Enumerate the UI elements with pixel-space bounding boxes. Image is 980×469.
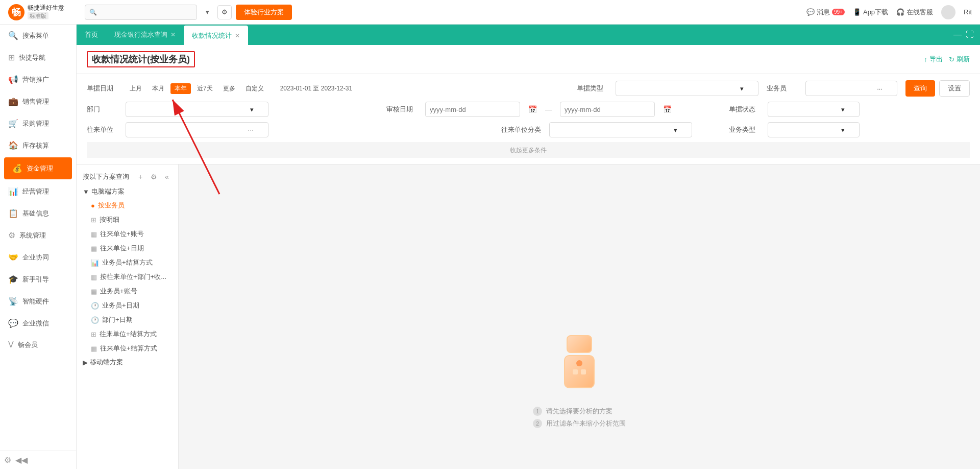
partner-select[interactable]: ···: [126, 122, 268, 137]
sidebar-item-sales[interactable]: 💼 销售管理: [0, 90, 76, 112]
mobile-scheme-header[interactable]: ▶ 移动端方案: [77, 356, 178, 369]
date-tab-7days[interactable]: 近7天: [193, 83, 217, 94]
tree-item-partner-account[interactable]: ▦ 往来单位+账号: [77, 227, 178, 241]
sidebar-item-marketing[interactable]: 📢 营销推广: [0, 68, 76, 90]
page-header: 收款情况统计(按业务员) ↑ 导出 ↻ 刷新: [77, 45, 980, 74]
date-tab-more[interactable]: 更多: [219, 83, 239, 94]
guide-icon: 🎓: [8, 274, 18, 284]
content-wrapper: 按以下方案查询 + ⚙ « ▼ 电脑端方案 ● 按业务员 ⊞: [77, 165, 980, 469]
calendar-icon-start[interactable]: 📅: [528, 105, 537, 113]
sidebar-label-operations: 经营管理: [22, 187, 49, 196]
wechat-icon: 💬: [8, 318, 18, 328]
date-tabs: 上月 本月 本年 近7天 更多 自定义: [126, 83, 268, 94]
sidebar-label-finance: 资金管理: [27, 164, 53, 173]
sidebar-item-purchase[interactable]: 🛒 采购管理: [0, 112, 76, 134]
settings-button[interactable]: 设置: [939, 80, 970, 97]
bottom-settings-icon[interactable]: ⚙: [4, 455, 11, 465]
biz-type-select[interactable]: ▾: [768, 122, 860, 137]
tree-item-partner-settle2[interactable]: ▦ 往来单位+结算方式: [77, 341, 178, 356]
calendar-icon-end[interactable]: 📅: [663, 105, 672, 113]
salesperson-select[interactable]: ···: [805, 81, 897, 96]
collapse-panel-icon[interactable]: «: [162, 172, 172, 182]
add-scheme-icon[interactable]: +: [135, 172, 145, 182]
tree-item-by-salesperson-label: 按业务员: [98, 201, 125, 210]
tab-cashflow[interactable]: 现金银行流水查询 ✕: [106, 25, 184, 45]
expand-icon: ▼: [83, 188, 89, 196]
inventory-icon: 🏠: [8, 140, 18, 150]
sidebar-item-system[interactable]: ⚙ 系统管理: [0, 224, 76, 246]
refresh-btn[interactable]: ↻ 刷新: [949, 55, 970, 64]
partner-label: 往来单位: [87, 125, 117, 134]
partner-settle2-icon: ▦: [91, 345, 97, 353]
tree-item-detail[interactable]: ⊞ 按明细: [77, 213, 178, 227]
review-date-end[interactable]: [560, 102, 655, 117]
date-tab-lastmonth[interactable]: 上月: [126, 83, 146, 94]
tab-home[interactable]: 首页: [77, 25, 106, 45]
partner-dept-icon: ▦: [91, 273, 97, 281]
empty-state: 1 请先选择要分析的方案 2 用过滤条件来缩小分析范围: [533, 335, 626, 428]
sidebar-item-wechat[interactable]: 💬 企业微信: [0, 312, 76, 334]
download-icon: 📱: [853, 8, 861, 16]
partner-more-icon[interactable]: ···: [248, 126, 254, 134]
sidebar-item-search[interactable]: 🔍 搜索菜单: [0, 25, 76, 46]
export-btn[interactable]: ↑ 导出: [924, 55, 943, 64]
search-box[interactable]: 🔍: [85, 5, 197, 20]
tab-maximize-btn[interactable]: ⛶: [966, 30, 974, 39]
date-tab-thisyear[interactable]: 本年: [170, 83, 191, 94]
partner-account-icon: ▦: [91, 230, 97, 238]
sidebar-item-operations[interactable]: 📊 经营管理: [0, 180, 76, 202]
computer-scheme-header[interactable]: ▼ 电脑端方案: [77, 185, 178, 198]
date-tab-thismonth[interactable]: 本月: [148, 83, 168, 94]
filter-btn-group: 查询 设置: [905, 80, 970, 97]
collapse-sidebar-icon[interactable]: ◀◀: [15, 455, 28, 465]
doc-status-select[interactable]: ▾: [768, 102, 860, 117]
tab-minimize-btn[interactable]: —: [953, 30, 962, 39]
app-download-label: App下载: [863, 8, 888, 17]
sidebar-item-member[interactable]: V 畅会员: [0, 334, 76, 356]
manage-scheme-icon[interactable]: ⚙: [149, 172, 159, 182]
tree-item-dept-date[interactable]: 🕐 部门+日期: [77, 313, 178, 327]
header-right: 💬 消息 99+ 📱 App下载 🎧 在线客服 Rit: [806, 5, 972, 19]
messages-action[interactable]: 💬 消息 99+: [806, 8, 845, 17]
sidebar-label-quicknav: 快捷导航: [19, 53, 45, 62]
dropdown-icon[interactable]: ▾: [201, 6, 213, 18]
sidebar-item-hardware[interactable]: 📡 智能硬件: [0, 290, 76, 312]
trial-button[interactable]: 体验行业方案: [236, 5, 292, 20]
mobile-scheme-section: ▶ 移动端方案: [77, 356, 178, 369]
tree-item-partner-settle1[interactable]: ⊞ 往来单位+结算方式: [77, 327, 178, 341]
tree-item-sales-settle[interactable]: 📊 业务员+结算方式: [77, 255, 178, 270]
sidebar-item-basic[interactable]: 📋 基础信息: [0, 202, 76, 224]
partner-category-select[interactable]: ▾: [549, 122, 692, 137]
sidebar-item-finance[interactable]: 💰 资金管理: [4, 157, 72, 179]
sidebar-item-enterprise[interactable]: 🤝 企业协同: [0, 246, 76, 268]
sidebar-item-quicknav[interactable]: ⊞ 快捷导航: [0, 46, 76, 68]
tab-collections[interactable]: 收款情况统计 ✕: [184, 26, 248, 46]
tab-collections-close[interactable]: ✕: [235, 32, 240, 39]
sidebar-item-inventory[interactable]: 🏠 库存核算: [0, 134, 76, 156]
partner-cat-chevron: ▾: [674, 126, 677, 134]
tree-item-sales-date[interactable]: 🕐 业务员+日期: [77, 298, 178, 313]
review-date-start[interactable]: [425, 102, 520, 117]
dept-select[interactable]: ▾: [126, 102, 268, 117]
date-range-display: 2023-01-01 至 2023-12-31: [280, 84, 352, 93]
settings-gear-btn[interactable]: ⚙: [217, 5, 232, 19]
empty-tips: 1 请先选择要分析的方案 2 用过滤条件来缩小分析范围: [533, 407, 626, 428]
tree-item-sales-account[interactable]: ▦ 业务员+账号: [77, 284, 178, 298]
tree-item-by-salesperson[interactable]: ● 按业务员: [77, 198, 178, 213]
sales-icon: 💼: [8, 97, 18, 106]
online-service-action[interactable]: 🎧 在线客服: [896, 8, 933, 17]
sidebar-label-search: 搜索菜单: [22, 31, 49, 40]
collapse-bar[interactable]: 收起更多条件: [87, 143, 970, 158]
user-avatar[interactable]: [941, 5, 955, 19]
tip-text-2: 用过滤条件来缩小分析范围: [546, 419, 626, 428]
quicknav-icon: ⊞: [8, 53, 15, 62]
doc-type-select[interactable]: ▾: [616, 81, 758, 96]
tree-item-partner-date[interactable]: ▦ 往来单位+日期: [77, 241, 178, 255]
app-download-action[interactable]: 📱 App下载: [853, 8, 888, 17]
refresh-label: 刷新: [957, 55, 970, 64]
sidebar-item-guide[interactable]: 🎓 新手引导: [0, 268, 76, 290]
tree-item-partner-dept[interactable]: ▦ 按往来单位+部门+收...: [77, 270, 178, 284]
query-button[interactable]: 查询: [905, 80, 935, 97]
tab-cashflow-close[interactable]: ✕: [170, 31, 176, 38]
date-tab-custom[interactable]: 自定义: [241, 83, 268, 94]
